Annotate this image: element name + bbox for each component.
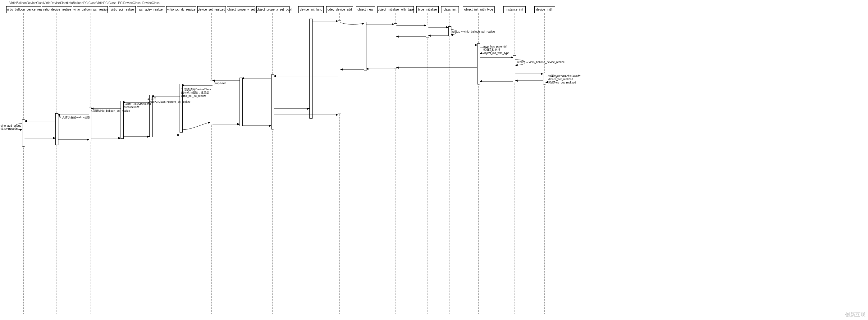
activation [240, 78, 243, 126]
class-header: VirtioBalloonDeviceClass [9, 1, 44, 5]
lifeline [544, 13, 545, 314]
participant-box: object_initialize_with_type [377, 6, 414, 13]
activation [513, 55, 516, 82]
message-label: prop->set [214, 82, 225, 85]
participant-box: device_initfn [534, 6, 555, 13]
message-label: 1. 首先调用DeviceClass 的realize函数，这里是 virtio… [181, 88, 211, 98]
class-header: PCIDeviceClass [118, 1, 141, 5]
participant-box: object_property_set [227, 6, 255, 13]
lifeline [151, 13, 151, 314]
class-header: VirtioPCIClass [96, 1, 116, 5]
participant-box: instance_init [503, 6, 526, 13]
participant-box: device_init_func [298, 6, 324, 13]
message-label: 5. 具体设备的realize函数 [59, 116, 90, 119]
class-header: DeviceClass [142, 1, 160, 5]
message-label: type_has_parent(ti) 递归父类执行 object_init_w… [484, 45, 509, 55]
class-header: VirtioDeviceClass [43, 1, 68, 5]
lifeline [181, 13, 181, 314]
participant-box: object_property_set_bool [256, 6, 289, 13]
activation [477, 43, 480, 84]
participant-box: qdev_device_add [326, 6, 353, 13]
participant-box: virtio_balloon_device_realize [6, 6, 41, 13]
activation [338, 20, 341, 114]
participant-box: virtio_pci_realize [109, 6, 136, 13]
lifeline [427, 13, 428, 314]
message-label: 3.调用PCIDeviceClass 的realize函数 [123, 102, 151, 109]
lifeline [57, 13, 57, 314]
activation [271, 74, 274, 130]
activation [543, 73, 546, 84]
participant-box: object_new [356, 6, 375, 13]
message-label: 4.调用virtio_balloon_pci_realize [91, 109, 130, 112]
watermark: 创新互联 [845, 312, 866, 318]
activation [22, 119, 25, 146]
participant-box: class_init [441, 6, 459, 13]
participant-box: virtio_balloon_pci_realize [73, 6, 108, 13]
arrows-svg [0, 0, 868, 320]
participant-box: virtio_device_realize [42, 6, 72, 13]
message-label: realize = virtio_balloon_device_realize [517, 61, 564, 64]
participant-box: object_init_with_type [463, 6, 495, 13]
participant-box: device_set_realized [197, 6, 226, 13]
lifeline [211, 13, 212, 314]
activation [426, 25, 429, 38]
activation [364, 22, 367, 70]
lifeline [122, 13, 122, 314]
message-label: virio_add_queue 添加virtqueue [1, 124, 22, 131]
class-header: VirtioBalloonPCIClass [66, 1, 96, 5]
lifeline [450, 13, 450, 314]
activation [394, 23, 397, 69]
activation [210, 80, 213, 124]
message-label: realize = virtio_balloon_pci_realize [452, 30, 495, 33]
message-label: 2. 调用 VirtioPCIClass->parent_dc_realize [148, 97, 190, 104]
participant-box: pci_qdev_realize [137, 6, 165, 13]
message-label: 设置realized属性回调函数 device_set_realized 和de… [548, 74, 581, 84]
participant-box: type_initialize [416, 6, 439, 13]
activation [448, 26, 452, 36]
lifeline [90, 13, 90, 314]
activation [309, 19, 313, 118]
activation [55, 113, 58, 145]
lifeline [23, 13, 24, 314]
participant-box: virtio_pci_dc_realize [166, 6, 196, 13]
